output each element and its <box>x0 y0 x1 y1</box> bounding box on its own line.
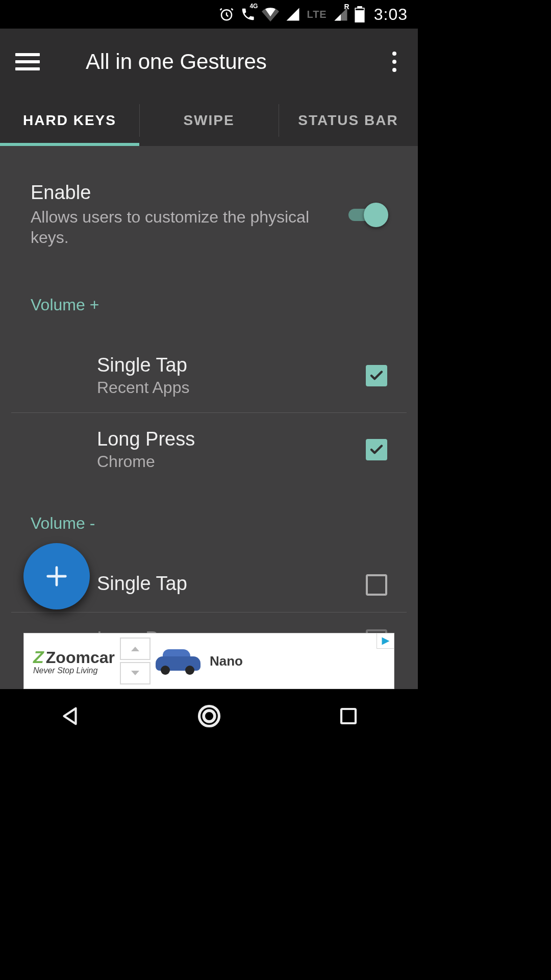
lte-label: LTE <box>307 9 327 20</box>
item-title: Single Tap <box>97 354 366 376</box>
battery-icon <box>355 6 365 22</box>
ad-product-label: Nano <box>210 653 243 669</box>
ad-brand: Z Zoomcar Never Stop Living <box>33 647 115 675</box>
overflow-menu-icon[interactable] <box>386 50 403 74</box>
svg-rect-6 <box>341 709 356 723</box>
svg-rect-3 <box>356 9 364 10</box>
ad-info-icon[interactable] <box>377 633 394 649</box>
system-status-bar: 4G LTE R 3:03 <box>0 0 418 29</box>
alarm-icon <box>219 7 234 22</box>
enable-text: Enable Allows users to customize the phy… <box>31 182 328 248</box>
app-bar: All in one Gestures <box>0 29 418 95</box>
item-checkbox[interactable] <box>366 439 387 460</box>
enable-row[interactable]: Enable Allows users to customize the phy… <box>0 146 418 268</box>
section-header-volume-plus: Volume + <box>0 268 418 325</box>
app-title: All in one Gestures <box>86 50 267 74</box>
ad-arrow-up[interactable] <box>120 638 151 660</box>
tab-status-bar[interactable]: STATUS BAR <box>279 95 418 146</box>
nav-home-button[interactable] <box>179 698 240 734</box>
tab-hard-keys[interactable]: HARD KEYS <box>0 95 139 146</box>
svg-point-5 <box>204 710 215 722</box>
signal-icon-2: R <box>333 7 348 22</box>
system-nav-bar <box>0 689 418 743</box>
item-checkbox[interactable] <box>366 365 387 386</box>
section-header-volume-minus: Volume - <box>0 486 418 543</box>
item-subtitle: Recent Apps <box>97 378 366 397</box>
svg-rect-2 <box>357 6 362 9</box>
status-clock: 3:03 <box>374 5 408 24</box>
item-title: Long Press <box>97 428 366 450</box>
enable-toggle[interactable] <box>348 203 387 227</box>
nav-recents-button[interactable] <box>318 698 379 734</box>
enable-title: Enable <box>31 182 328 204</box>
tab-bar: HARD KEYS SWIPE STATUS BAR <box>0 95 418 146</box>
car-icon <box>156 648 201 674</box>
roaming-label: R <box>344 3 349 11</box>
list-item[interactable]: Long Press Chrome <box>11 412 407 486</box>
ad-brand-tagline: Never Stop Living <box>33 666 115 675</box>
signal-icon-1 <box>285 7 300 22</box>
volume-plus-list: Single Tap Recent Apps Long Press Chrome <box>0 339 418 486</box>
item-title: Single Tap <box>97 573 366 595</box>
ad-banner[interactable]: Z Zoomcar Never Stop Living Nano <box>23 633 394 689</box>
ad-product: Nano <box>156 648 243 674</box>
ad-arrow-group <box>120 638 151 684</box>
tab-swipe[interactable]: SWIPE <box>139 95 279 146</box>
item-checkbox[interactable] <box>366 574 387 596</box>
list-item[interactable]: Single Tap Recent Apps <box>0 339 418 412</box>
content: Enable Allows users to customize the phy… <box>0 146 418 689</box>
status-net-label: 4G <box>249 3 258 10</box>
ad-brand-name: Zoomcar <box>46 648 115 667</box>
wifi-icon <box>262 6 279 23</box>
wifi-calling-icon: 4G <box>240 7 256 22</box>
item-subtitle: Chrome <box>97 452 366 471</box>
enable-subtitle: Allows users to customize the physical k… <box>31 207 328 248</box>
screen: 4G LTE R 3:03 All in one Gestures HARD K… <box>0 0 418 743</box>
nav-back-button[interactable] <box>39 698 101 734</box>
ad-brand-mark: Z <box>33 647 43 667</box>
ad-arrow-down[interactable] <box>120 662 151 684</box>
fab-add-button[interactable] <box>23 543 90 609</box>
plus-icon <box>43 563 70 590</box>
hamburger-menu-icon[interactable] <box>15 53 40 70</box>
